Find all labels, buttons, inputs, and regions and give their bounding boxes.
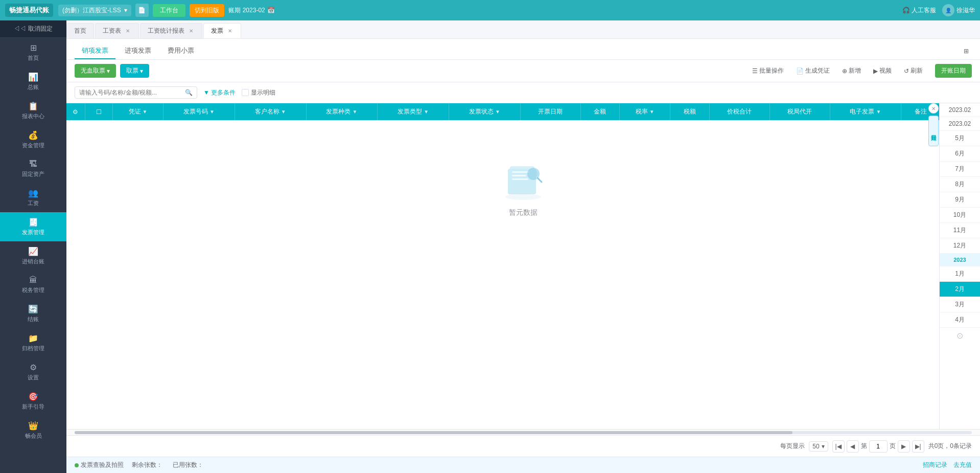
svg-point-7 [529,170,538,178]
date-1[interactable]: 1月 [940,266,980,282]
date-8[interactable]: 8月 [940,177,980,192]
switch-version-button[interactable]: 切到旧版 [190,4,224,17]
no-ticket-button[interactable]: 无血取票 ▾ [75,64,116,78]
search-icon[interactable]: 🔍 [185,89,193,96]
open-date-button[interactable]: 开账日期 [935,64,972,78]
sidebar-item-settings[interactable]: ⚙ 设置 [0,357,66,387]
sidebar-item-ledger[interactable]: 📊 总账 [0,67,66,96]
video-icon: ▶ [873,67,878,75]
gen-voucher-button[interactable]: 📄 生成凭证 [792,64,834,78]
date-panel-close-icon[interactable]: ✕ [928,103,939,114]
th-invoice-status-filter-icon[interactable]: ▼ [495,109,500,115]
sidebar-label-finance: 资金管理 [22,142,44,149]
document-icon[interactable]: 📄 [135,4,149,17]
tab-salary[interactable]: 工资表 ✕ [95,23,139,38]
th-customer-filter-icon[interactable]: ▼ [281,109,286,115]
tab-salary-report[interactable]: 工资统计报表 ✕ [140,23,202,38]
sidebar-item-reports[interactable]: 📋 报表中心 [0,96,66,125]
sidebar-item-archive[interactable]: 📁 归档管理 [0,328,66,357]
company-selector[interactable]: (勿删）江西股宝-LSS ▾ [58,5,131,16]
page-number-input[interactable] [869,440,888,453]
period-value: 2023-02 [243,7,265,14]
sub-tab-purchase-invoice[interactable]: 进项发票 [118,43,158,59]
sidebar-label-invoice: 发票管理 [22,229,44,236]
page-size-selector[interactable]: 50 ▾ [809,441,828,452]
scroll-thumb [75,431,792,434]
th-invoice-no: 发票号码 ▼ [163,103,235,120]
show-detail-toggle[interactable]: 显示明细 [242,88,275,97]
sidebar-item-finance[interactable]: 💰 资金管理 [0,125,66,154]
show-detail-label: 显示明细 [251,88,275,97]
open-date-panel-btn[interactable]: 开账日期 [928,116,939,146]
settings-icon: ⚙ [30,363,37,372]
video-button[interactable]: ▶ 视频 [869,64,896,78]
last-page-button[interactable]: ▶| [912,440,924,453]
recharge-link[interactable]: 去充值 [953,461,972,469]
sidebar-label-ledger: 总账 [28,83,39,91]
grid-view-icon[interactable]: ⊞ [961,46,972,57]
th-tax-rate-filter-icon[interactable]: ▼ [649,109,655,115]
th-invoice-type-filter-icon[interactable]: ▼ [352,109,357,115]
sidebar-item-sales[interactable]: 📈 进销台账 [0,241,66,271]
new-button[interactable]: ⊕ 新增 [838,64,865,78]
date-2-active[interactable]: 2月 [940,282,980,297]
date-3[interactable]: 3月 [940,297,980,312]
date-9[interactable]: 9月 [940,192,980,208]
next-page-button[interactable]: ▶ [898,440,910,453]
calendar-icon[interactable]: 📅 [267,7,275,14]
sidebar-item-invoice[interactable]: 🧾 发票管理 [0,212,66,241]
date-6[interactable]: 6月 [940,146,980,162]
horizontal-scrollbar[interactable] [75,431,972,434]
date-2023-02-second[interactable]: 2023.02 [940,117,980,131]
batch-op-button[interactable]: ☰ 批量操作 [748,64,788,78]
first-page-button[interactable]: |◀ [832,440,845,453]
more-conditions-button[interactable]: ▼ 更多条件 [203,88,236,97]
company-name: (勿删）江西股宝-LSS [62,6,121,15]
sub-tab-expense-receipt[interactable]: 费用小票 [160,43,201,59]
refresh-button[interactable]: ↺ 刷新 [900,64,927,78]
purchase-link[interactable]: 招商记录 [923,461,947,469]
th-invoice-category-filter-icon[interactable]: ▼ [424,109,429,115]
tab-salary-report-close[interactable]: ✕ [188,28,195,35]
date-4[interactable]: 4月 [940,312,980,328]
date-7[interactable]: 7月 [940,162,980,177]
sidebar-item-home[interactable]: ⊞ 首页 [0,38,66,67]
sidebar-item-salary[interactable]: 👥 工资 [0,183,66,212]
service-label: 人工客服 [912,6,936,15]
date-year-2023[interactable]: 2023 [940,254,980,266]
home-icon: ⊞ [30,43,37,53]
date-11[interactable]: 11月 [940,223,980,238]
sidebar-item-tax[interactable]: 🏛 税务管理 [0,271,66,299]
user-info[interactable]: 👤 徐滋华 [942,4,975,16]
sub-tab-sales-invoice[interactable]: 销项发票 [75,43,115,59]
tab-salary-close[interactable]: ✕ [124,28,131,35]
sidebar-item-guide[interactable]: 🎯 新手引导 [0,387,66,416]
tab-invoice[interactable]: 发票 ✕ [203,23,241,38]
member-icon: 👑 [28,421,38,431]
th-invoice-no-filter-icon[interactable]: ▼ [209,109,215,115]
tab-home[interactable]: 首页 [66,23,94,38]
tab-invoice-close[interactable]: ✕ [226,27,234,34]
scroll-down-icon[interactable]: ⊙ [956,331,963,341]
sidebar-item-assets[interactable]: 🏗 固定资产 [0,154,66,183]
search-input[interactable] [79,89,183,96]
get-ticket-button[interactable]: 取票 ▾ [120,64,149,78]
th-electronic-filter-icon[interactable]: ▼ [876,109,881,115]
top-right-area: 🎧 人工客服 👤 徐滋华 [902,4,975,16]
customer-service-button[interactable]: 🎧 人工客服 [902,6,936,15]
th-issue-date: 开票日期 [520,103,580,120]
company-dropdown-icon: ▾ [124,7,127,14]
date-5[interactable]: 5月 [940,131,980,146]
th-settings[interactable]: ⚙ [66,103,85,120]
date-12[interactable]: 12月 [940,238,980,254]
sidebar-label-close: 结账 [28,316,39,323]
th-checkbox[interactable]: ☐ [85,103,113,120]
sidebar-item-close[interactable]: 🔄 结账 [0,299,66,328]
show-detail-checkbox[interactable] [242,89,249,96]
th-voucher-filter-icon[interactable]: ▼ [143,109,148,115]
date-2023-02-first[interactable]: 2023.02 [940,103,980,117]
workbench-button[interactable]: 工作台 [153,4,185,17]
date-10[interactable]: 10月 [940,208,980,223]
prev-page-button[interactable]: ◀ [847,440,859,453]
sidebar-item-member[interactable]: 👑 畅会员 [0,416,66,445]
